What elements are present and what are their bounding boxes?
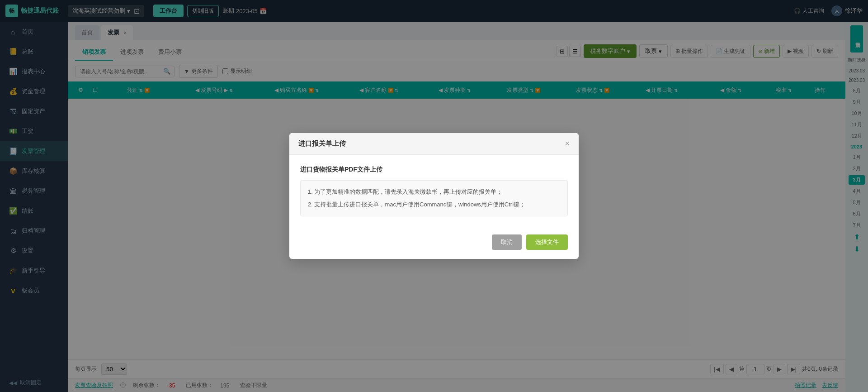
dialog-info-box: 1. 为了更加精准的数据匹配，请先录入海关缴款书，再上传对应的报关单； 2. 支… xyxy=(300,180,568,216)
dialog-body: 进口货物报关单PDF文件上传 1. 为了更加精准的数据匹配，请先录入海关缴款书，… xyxy=(289,155,579,234)
dialog-header: 进口报关单上传 × xyxy=(289,133,579,155)
dialog-select-file-button[interactable]: 选择文件 xyxy=(526,234,568,250)
dialog-cancel-button[interactable]: 取消 xyxy=(492,234,522,250)
dialog-info-item-2: 2. 支持批量上传进口报关单，mac用户使用Command键，windows用户… xyxy=(308,200,560,210)
modal-overlay[interactable]: 进口报关单上传 × 进口货物报关单PDF文件上传 1. 为了更加精准的数据匹配，… xyxy=(0,0,868,392)
dialog-close-button[interactable]: × xyxy=(565,139,570,148)
dialog-section-title: 进口货物报关单PDF文件上传 xyxy=(300,166,568,174)
dialog-title: 进口报关单上传 xyxy=(298,139,346,148)
dialog-info-item-1: 1. 为了更加精准的数据匹配，请先录入海关缴款书，再上传对应的报关单； xyxy=(308,187,560,197)
import-dialog: 进口报关单上传 × 进口货物报关单PDF文件上传 1. 为了更加精准的数据匹配，… xyxy=(289,133,579,259)
dialog-footer: 取消 选择文件 xyxy=(289,234,579,259)
